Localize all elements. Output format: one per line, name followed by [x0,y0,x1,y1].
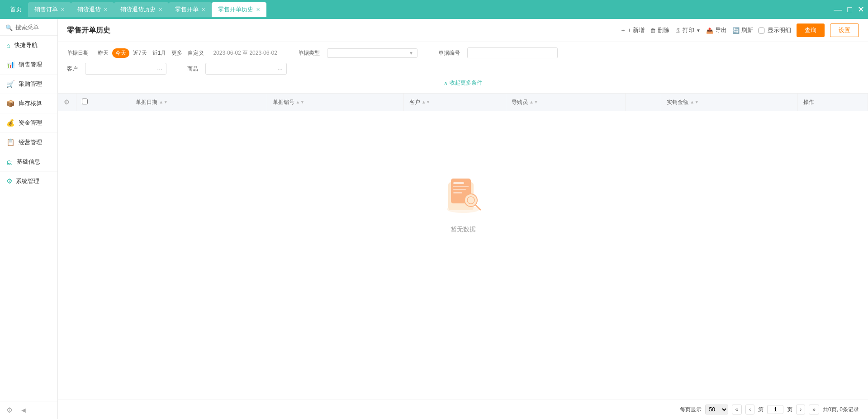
number-input[interactable] [467,47,558,58]
sidebar-item-operations[interactable]: 📋 经营管理 [0,133,57,152]
tab-sales-return-history-close[interactable]: ✕ [158,7,162,13]
sidebar-item-quick-nav[interactable]: ⌂ 快捷导航 [0,36,57,55]
sidebar-item-base-info[interactable]: 🗂 基础信息 [0,152,57,172]
collapse-icon: ∧ [444,80,448,86]
th-number[interactable]: 单据编号 ▲▼ [267,94,403,111]
tab-home-label: 首页 [10,5,22,14]
date-btn-more[interactable]: 更多 [170,49,184,57]
tab-sales-return-label: 销货退货 [77,5,101,14]
th-amount[interactable]: 实销金额 ▲▼ [661,94,798,111]
type-select[interactable]: ▼ [327,48,417,58]
sidebar-search[interactable]: 🔍 搜索采单 [0,19,57,36]
inventory-icon: 📦 [6,99,15,108]
export-label: 导出 [715,26,727,34]
pagination-bar: 每页显示 50 10 20 100 « ‹ 第 页 › » 共0页, 0条记录 [58,400,868,419]
th-guide[interactable]: 导购员 ▲▼ [506,94,626,111]
tab-retail-open-close[interactable]: ✕ [201,7,205,13]
sidebar-item-inventory-label: 库存核算 [19,99,42,108]
th-date[interactable]: 单据日期 ▲▼ [130,94,267,111]
sidebar-item-purchase-mgmt[interactable]: 🛒 采购管理 [0,75,57,94]
page-size-select[interactable]: 50 10 20 100 [705,405,728,414]
table-header: ⚙ 单据日期 ▲▼ [58,94,868,111]
export-icon: 📤 [706,27,713,34]
tab-sales-return-history[interactable]: 销货退货历史 ✕ [114,2,169,17]
delete-label: 删除 [658,26,669,34]
th-settings: ⚙ [58,94,76,111]
customer-dots-button[interactable]: ··· [157,65,162,72]
tab-sales-return[interactable]: 销货退货 ✕ [71,2,114,17]
refresh-button[interactable]: 🔄 刷新 [732,26,753,34]
empty-text: 暂无数据 [451,226,476,234]
table-container: ⚙ 单据日期 ▲▼ [58,94,868,419]
empty-state: 暂无数据 [58,111,868,292]
tab-retail-history-close[interactable]: ✕ [256,7,260,13]
print-label: 打印 [683,26,694,34]
sidebar-item-finance-label: 资金管理 [19,119,42,127]
sidebar-item-inventory[interactable]: 📦 库存核算 [0,94,57,113]
filter-row-1: 单据日期 昨天 今天 近7天 近1月 更多 自定义 2023-06-02 至 2… [67,47,859,58]
print-button[interactable]: 🖨 打印 ▼ [675,26,701,34]
tab-retail-open[interactable]: 零售开单 ✕ [169,2,212,17]
collapse-more-button[interactable]: ∧ 收起更多条件 [444,79,482,87]
sidebar-item-finance[interactable]: 💰 资金管理 [0,113,57,133]
goods-label: 商品 [187,65,198,73]
sidebar-item-quick-nav-label: 快捷导航 [14,41,38,49]
svg-rect-5 [453,189,466,190]
add-icon: ＋ [620,26,626,34]
th-customer-label: 客户 [409,99,420,106]
main-layout: 🔍 搜索采单 ⌂ 快捷导航 📊 销售管理 🛒 采购管理 📦 库存核算 💰 资金管… [0,19,868,419]
last-page-button[interactable]: » [809,405,819,414]
number-label: 单据编号 [438,49,460,57]
page-input[interactable] [767,405,783,414]
date-btn-yesterday[interactable]: 昨天 [96,49,110,57]
bottom-settings-icon[interactable]: ⚙ [6,406,13,414]
settings-button[interactable]: 设置 [830,24,859,37]
th-date-sort-icon: ▲▼ [159,100,168,104]
display-detail-button[interactable]: 显示明细 [759,26,791,34]
filter-date-btns: 昨天 今天 近7天 近1月 更多 自定义 [96,48,206,58]
tab-sales-order[interactable]: 销售订单 ✕ [28,2,71,17]
date-label: 单据日期 [67,49,89,57]
bottom-collapse-icon[interactable]: ◄ [20,406,27,414]
date-btn-7days[interactable]: 近7天 [131,49,149,57]
window-maximize[interactable]: □ [847,5,852,14]
page-size-label: 每页显示 [680,406,702,414]
tab-retail-history-label: 零售开单历史 [218,5,253,14]
table-settings-icon[interactable]: ⚙ [64,98,70,106]
window-close[interactable]: ✕ [858,5,864,14]
date-btn-1month[interactable]: 近1月 [151,49,168,57]
customer-label: 客户 [67,65,78,73]
th-customer[interactable]: 客户 ▲▼ [403,94,506,111]
sidebar-item-sales-mgmt[interactable]: 📊 销售管理 [0,55,57,75]
tab-home[interactable]: 首页 [4,2,28,17]
th-date-label: 单据日期 [136,99,157,106]
window-minimize[interactable]: — [834,5,842,14]
add-button[interactable]: ＋ + 新增 [620,26,645,34]
date-btn-today[interactable]: 今天 [112,48,129,58]
delete-icon: 🗑 [650,27,656,34]
page-label: 页 [787,406,792,414]
prev-page-button[interactable]: ‹ [745,405,754,414]
next-page-button[interactable]: › [796,405,805,414]
svg-rect-4 [453,186,469,187]
display-detail-checkbox[interactable] [759,28,764,33]
base-info-icon: 🗂 [6,158,13,166]
sidebar-item-system[interactable]: ⚙ 系统管理 [0,172,57,191]
display-detail-label: 显示明细 [768,26,791,34]
delete-button[interactable]: 🗑 删除 [650,26,669,34]
th-operation: 操作 [798,94,868,111]
first-page-button[interactable]: « [732,405,742,414]
th-checkbox [76,94,130,111]
empty-illustration [438,169,488,219]
tab-retail-history[interactable]: 零售开单历史 ✕ [212,2,266,17]
tab-sales-order-close[interactable]: ✕ [61,7,65,13]
query-button[interactable]: 查询 [797,24,825,37]
tab-sales-return-close[interactable]: ✕ [104,7,108,13]
svg-rect-3 [453,182,464,184]
export-button[interactable]: 📤 导出 [706,26,727,34]
filter-row-2: 客户 ··· 商品 ··· [67,63,859,75]
goods-dots-button[interactable]: ··· [277,65,283,72]
select-all-checkbox[interactable] [82,99,88,104]
date-btn-custom[interactable]: 自定义 [186,49,206,57]
table-wrap: ⚙ 单据日期 ▲▼ [58,94,868,400]
